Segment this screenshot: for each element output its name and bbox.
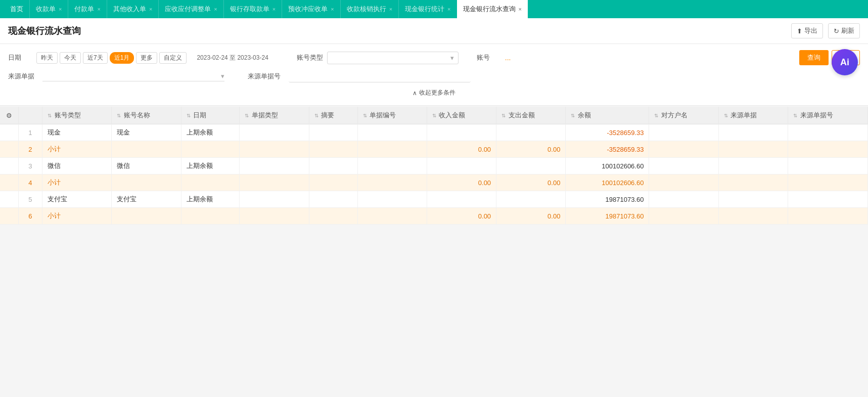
row-gear-cell (0, 158, 18, 174)
th-source-doc: ⇅ 来源单据 (718, 107, 788, 124)
sort-icon[interactable]: ⇅ (571, 113, 575, 118)
date-btn-custom[interactable]: 自定义 (159, 52, 187, 64)
row-summary (309, 191, 357, 208)
table-row: 2 小计 0.00 0.00 -3528659.33 (0, 141, 868, 158)
close-icon[interactable]: × (97, 6, 100, 12)
row-account-name: 现金 (112, 124, 181, 141)
sort-icon[interactable]: ⇅ (314, 113, 318, 118)
row-doc-no (357, 141, 427, 158)
row-account-name (112, 174, 181, 191)
nav-tab-付款单[interactable]: 付款单 × (68, 0, 106, 18)
date-btn-more[interactable]: 更多 (136, 52, 157, 64)
row-counterparty (649, 208, 718, 225)
table-row: 6 小计 0.00 0.00 19871073.60 (0, 208, 868, 225)
refresh-button[interactable]: ↻ 刷新 (828, 23, 860, 38)
close-icon[interactable]: × (272, 6, 276, 12)
row-account-type: 小计 (42, 174, 112, 191)
row-expense: 0.00 (496, 141, 566, 158)
close-icon[interactable]: × (331, 6, 334, 12)
row-source-doc (718, 174, 788, 191)
nav-tab-其他收入单[interactable]: 其他收入单 × (107, 0, 158, 18)
row-gear-cell (0, 208, 18, 225)
row-doc-type (240, 174, 309, 191)
row-counterparty (649, 191, 718, 208)
account-no-dots-button[interactable]: ... (501, 52, 515, 64)
gear-icon[interactable]: ⚙ (6, 112, 12, 119)
source-doc-no-input[interactable] (289, 70, 471, 82)
nav-tab-现金银行流水查询[interactable]: 现金银行流水查询 × (457, 0, 528, 18)
table-body: 1 现金 现金 上期余额 -3528659.33 2 小计 0.00 0.00 … (0, 124, 868, 225)
date-btn-7days[interactable]: 近7天 (83, 52, 108, 64)
account-type-select[interactable]: ▾ (327, 52, 459, 64)
row-income: 0.00 (427, 174, 496, 191)
account-no-filter: 账号 ... (477, 52, 515, 64)
row-doc-type (240, 141, 309, 158)
row-summary (309, 124, 357, 141)
row-source-doc (718, 191, 788, 208)
date-btn-yesterday[interactable]: 昨天 (36, 52, 58, 64)
nav-home[interactable]: 首页 (4, 0, 29, 18)
row-date (181, 141, 240, 158)
row-counterparty (649, 141, 718, 158)
row-account-name (112, 141, 181, 158)
row-summary (309, 141, 357, 158)
sort-icon[interactable]: ⇅ (654, 113, 658, 118)
nav-tab-应收应付调整单[interactable]: 应收应付调整单 × (158, 0, 223, 18)
close-icon[interactable]: × (519, 6, 522, 12)
sort-icon[interactable]: ⇅ (363, 113, 367, 118)
row-account-type: 现金 (42, 124, 112, 141)
source-doc-no-label: 来源单据号 (248, 72, 281, 81)
collapse-bar[interactable]: ∧ 收起更多条件 (8, 86, 860, 101)
nav-tab-预收冲应收单[interactable]: 预收冲应收单 × (282, 0, 340, 18)
row-num: 6 (18, 208, 42, 225)
nav-tab-银行存取款单[interactable]: 银行存取款单 × (223, 0, 282, 18)
row-num: 3 (18, 158, 42, 174)
sort-icon[interactable]: ⇅ (793, 113, 797, 118)
row-counterparty (649, 158, 718, 174)
row-source-doc (718, 141, 788, 158)
sort-icon[interactable]: ⇅ (432, 113, 436, 118)
sort-icon[interactable]: ⇅ (501, 113, 506, 118)
sort-icon[interactable]: ⇅ (187, 113, 191, 118)
row-num: 4 (18, 174, 42, 191)
close-icon[interactable]: × (214, 6, 217, 12)
row-doc-no (357, 208, 427, 225)
close-icon[interactable]: × (149, 6, 152, 12)
row-expense (496, 191, 566, 208)
th-counterparty: ⇅ 对方户名 (649, 107, 718, 124)
row-gear-cell (0, 124, 18, 141)
th-income: ⇅ 收入金额 (427, 107, 496, 124)
row-expense: 0.00 (496, 208, 566, 225)
date-btn-today[interactable]: 今天 (60, 52, 81, 64)
date-buttons-group: 昨天 今天 近7天 近1月 更多 自定义 (36, 52, 187, 64)
header-actions: ⬆ 导出 ↻ 刷新 (791, 23, 860, 38)
source-doc-select[interactable]: ▾ (42, 71, 224, 81)
table-header-row: ⚙ ⇅ 账号类型 ⇅ 账号名称 ⇅ 日期 ⇅ 单据类型 (0, 107, 868, 124)
close-icon[interactable]: × (447, 6, 450, 12)
row-balance: 100102606.60 (566, 174, 649, 191)
row-account-name: 支付宝 (112, 191, 181, 208)
date-btn-1month[interactable]: 近1月 (110, 52, 134, 64)
nav-tab-收款单[interactable]: 收款单 × (29, 0, 68, 18)
th-expense: ⇅ 支出金额 (496, 107, 566, 124)
sort-icon[interactable]: ⇅ (724, 113, 728, 118)
query-button[interactable]: 查询 (799, 50, 829, 65)
page-title: 现金银行流水查询 (8, 25, 81, 37)
page-header: 现金银行流水查询 ⬆ 导出 ↻ 刷新 (0, 18, 868, 44)
ai-assistant-button[interactable]: Ai (832, 49, 858, 75)
sort-icon[interactable]: ⇅ (117, 113, 121, 118)
close-icon[interactable]: × (59, 6, 62, 12)
row-balance: 19871073.60 (566, 191, 649, 208)
account-no-label: 账号 (477, 53, 497, 62)
export-button[interactable]: ⬆ 导出 (791, 23, 823, 38)
sort-icon[interactable]: ⇅ (245, 113, 249, 118)
nav-tab-现金银行统计[interactable]: 现金银行统计 × (398, 0, 456, 18)
date-filter-label: 日期 (8, 53, 28, 62)
row-balance: -3528659.33 (566, 141, 649, 158)
nav-tab-收款核销执行[interactable]: 收款核销执行 × (340, 0, 398, 18)
th-num (18, 107, 42, 124)
sort-icon[interactable]: ⇅ (48, 113, 52, 118)
row-doc-no (357, 158, 427, 174)
table-row: 5 支付宝 支付宝 上期余额 19871073.60 (0, 191, 868, 208)
close-icon[interactable]: × (389, 6, 392, 12)
